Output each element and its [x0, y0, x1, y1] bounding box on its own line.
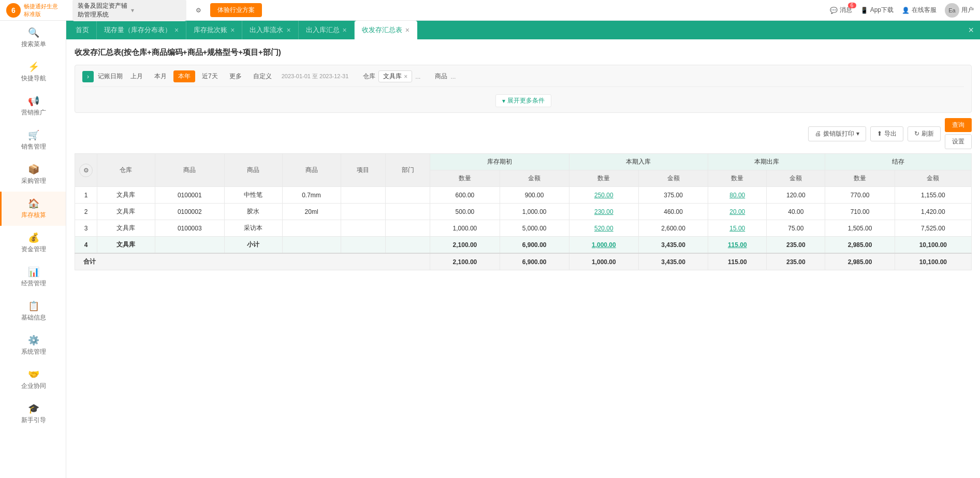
system-selector[interactable]: 装备及固定资产辅助管理系统 ▾: [72, 0, 186, 21]
close-icon[interactable]: ×: [286, 26, 290, 34]
sidebar-item-system[interactable]: ⚙️ 系统管理: [0, 328, 66, 363]
main-layout: 🔍 搜索菜单 ⚡ 快捷导航 📢 营销推广 🛒 销售管理 📦 采购管理 🏠 库存核…: [0, 21, 980, 478]
close-icon[interactable]: ×: [174, 26, 179, 34]
query-setup-group: 查询 设置: [945, 118, 972, 149]
date-btn-7days[interactable]: 近7天: [197, 70, 223, 82]
table-cell: 3,435.00: [638, 237, 708, 254]
date-btn-custom[interactable]: 自定义: [248, 70, 276, 82]
table-cell[interactable]: 20.00: [708, 204, 767, 220]
table-cell: 1,505.00: [825, 220, 895, 237]
tab-bar: 首页 现存量（库存分布表） × 库存批次账 × 出入库流水 × 出入库汇总 × …: [66, 21, 980, 39]
col-settings-header[interactable]: ⚙: [75, 154, 97, 187]
trial-button[interactable]: 体验行业方案: [210, 3, 262, 17]
table-cell: 5,000.00: [500, 220, 569, 237]
col-bal-header: 结存: [825, 154, 972, 170]
tab-batch-account[interactable]: 库存批次账 ×: [186, 21, 242, 39]
table-cell: [385, 187, 430, 204]
setup-button[interactable]: 设置: [945, 134, 972, 149]
date-btn-more[interactable]: 更多: [225, 70, 246, 82]
sidebar-item-quick-nav[interactable]: ⚡ 快捷导航: [0, 55, 66, 89]
close-all-tabs-button[interactable]: ×: [964, 25, 978, 36]
table-cell: 710.00: [825, 204, 895, 220]
row-num: 2: [75, 204, 97, 220]
table-cell: 900.00: [500, 187, 569, 204]
warehouse-tag-text: 文具库: [383, 72, 402, 81]
row-num: 4: [75, 237, 97, 254]
warehouse-more-btn[interactable]: ...: [415, 73, 420, 80]
app-download-button[interactable]: 📱 App下载: [860, 6, 894, 15]
filter-expand-icon[interactable]: ›: [82, 71, 94, 82]
table-cell[interactable]: 1,000.00: [569, 237, 638, 254]
table-cell: 460.00: [638, 204, 708, 220]
user-menu-button[interactable]: Ea 用户: [945, 3, 974, 18]
table-cell[interactable]: 230.00: [569, 204, 638, 220]
tab-inout-summary[interactable]: 出入库汇总 ×: [299, 21, 355, 39]
page-area: 收发存汇总表(按仓库+商品编码+商品+规格型号+项目+部门) › 记账日期 上月…: [66, 39, 980, 478]
table-cell: 文具库: [97, 204, 155, 220]
table-cell: 2,600.00: [638, 220, 708, 237]
table-container: ⚙ 仓库 商品 商品 商品 项目 部门 库存期初 本期入库 本期出库 结存: [75, 153, 972, 470]
col-amt-out: 金额: [767, 170, 825, 187]
export-button[interactable]: ⬆ 导出: [870, 126, 903, 141]
query-button[interactable]: 查询: [945, 118, 972, 132]
table-cell: 1,155.00: [895, 187, 971, 204]
table-cell[interactable]: 250.00: [569, 187, 638, 204]
message-button[interactable]: 💬 消息 6: [830, 6, 852, 15]
refresh-button[interactable]: ↻ 刷新: [908, 126, 941, 141]
sidebar-item-marketing[interactable]: 📢 营销推广: [0, 89, 66, 123]
date-btn-this-year[interactable]: 本年: [173, 70, 195, 82]
warehouse-tag: 文具库 ×: [378, 70, 412, 82]
expand-more-button[interactable]: ▾ 展开更多条件: [495, 94, 551, 107]
chart-icon: 📊: [28, 266, 39, 278]
close-icon[interactable]: ×: [343, 26, 347, 34]
product-more-btn[interactable]: ...: [450, 73, 456, 80]
sidebar-item-enterprise[interactable]: 🤝 企业协同: [0, 363, 66, 397]
print-button[interactable]: 🖨 拨销版打印 ▾: [808, 126, 866, 141]
col-spec-header: 商品: [282, 154, 341, 187]
sidebar-item-operations[interactable]: 📊 经营管理: [0, 260, 66, 294]
online-service-button[interactable]: 👤 在线客服: [902, 6, 937, 15]
footer-amt-init: 6,900.00: [500, 253, 569, 270]
table-cell: 120.00: [767, 187, 825, 204]
top-bar: 6 畅捷通好生意 标准版 装备及固定资产辅助管理系统 ▾ ⚙ 体验行业方案 💬 …: [0, 0, 980, 21]
tab-recv-summary[interactable]: 收发存汇总表 ×: [355, 21, 417, 39]
date-btn-last-month[interactable]: 上月: [126, 70, 148, 82]
tab-inout-flow[interactable]: 出入库流水 ×: [242, 21, 298, 39]
sidebar-item-finance[interactable]: 💰 资金管理: [0, 226, 66, 260]
table-cell[interactable]: 80.00: [708, 187, 767, 204]
sidebar-item-inventory[interactable]: 🏠 库存核算: [0, 192, 66, 226]
tab-inventory-dist[interactable]: 现存量（库存分布表） ×: [97, 21, 186, 39]
settings-icon[interactable]: ⚙: [191, 3, 206, 18]
close-icon[interactable]: ×: [405, 26, 409, 34]
sidebar-item-sales[interactable]: 🛒 销售管理: [0, 123, 66, 157]
sidebar-item-search[interactable]: 🔍 搜索菜单: [0, 21, 66, 55]
col-code-header: 商品: [155, 154, 224, 187]
col-project-header: 项目: [341, 154, 385, 187]
sidebar-item-basic[interactable]: 📋 基础信息: [0, 294, 66, 328]
table-cell: 770.00: [825, 187, 895, 204]
col-dept-header: 部门: [385, 154, 430, 187]
sidebar-item-guide[interactable]: 🎓 新手引导: [0, 397, 66, 431]
table-row: 3文具库0100003采访本1,000.005,000.00520.002,60…: [75, 220, 972, 237]
table-cell: 2,100.00: [430, 237, 500, 254]
footer-row: 合计 2,100.00 6,900.00 1,000.00 3,435.00 1…: [75, 253, 972, 270]
table-cell: [155, 237, 224, 254]
footer-amt-in: 3,435.00: [638, 253, 708, 270]
guide-icon: 🎓: [28, 403, 39, 414]
table-cell: 中性笔: [224, 187, 282, 204]
tab-home[interactable]: 首页: [68, 21, 97, 39]
page-title: 收发存汇总表(按仓库+商品编码+商品+规格型号+项目+部门): [75, 48, 972, 57]
warehouse-tag-remove[interactable]: ×: [404, 73, 407, 80]
sidebar-item-purchase[interactable]: 📦 采购管理: [0, 157, 66, 192]
close-icon[interactable]: ×: [230, 26, 235, 34]
table-cell[interactable]: 15.00: [708, 220, 767, 237]
warehouse-label: 仓库: [363, 72, 375, 81]
filter-bar: › 记账日期 上月 本月 本年 近7天 更多 自定义 2023-01-01 至 …: [75, 65, 972, 113]
table-row: 2文具库0100002胶水20ml500.001,000.00230.00460…: [75, 204, 972, 220]
logo-icon: 6: [6, 3, 21, 18]
table-cell: 7,525.00: [895, 220, 971, 237]
table-cell[interactable]: 115.00: [708, 237, 767, 254]
table-cell[interactable]: 520.00: [569, 220, 638, 237]
col-amt-in: 金额: [638, 170, 708, 187]
date-btn-this-month[interactable]: 本月: [150, 70, 171, 82]
